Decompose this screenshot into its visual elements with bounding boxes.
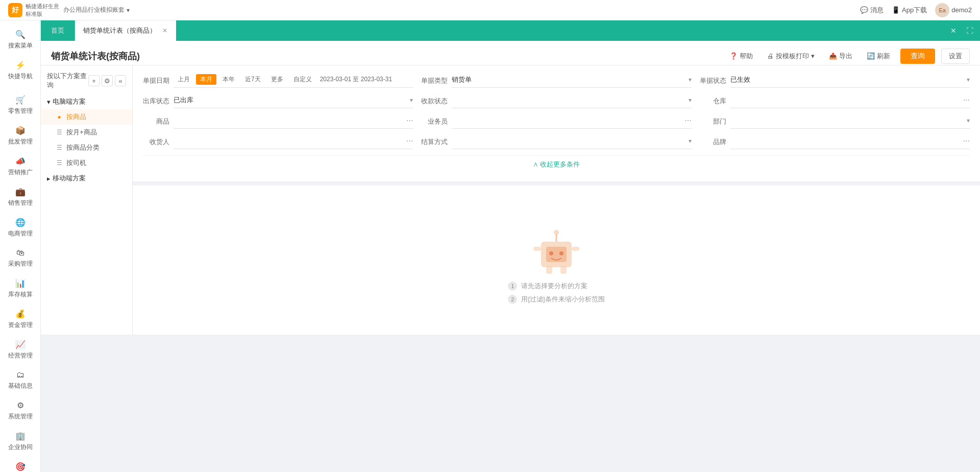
scheme-panel: 按以下方案查询 + ⚙ «: [41, 65, 133, 335]
page-header: 销货单统计表(按商品) ❓ 帮助 🖨 按模板打印 ▾ 📤 导出: [41, 41, 980, 65]
tab-expand-btn[interactable]: ⛶: [964, 25, 976, 37]
empty-illustration: [526, 216, 587, 277]
tab-close-btn[interactable]: ✕: [162, 27, 167, 34]
date-tab-more[interactable]: 更多: [267, 74, 287, 85]
messages-btn[interactable]: 💬 消息: [860, 6, 884, 15]
brand-dots-icon[interactable]: ···: [963, 136, 970, 146]
date-tab-last-month[interactable]: 上月: [174, 74, 194, 85]
export-icon: 📤: [829, 52, 837, 60]
filter-department: 部门 ▾: [700, 114, 970, 129]
marketing-icon: 📣: [15, 156, 26, 166]
warehouse-dots-icon[interactable]: ···: [963, 96, 970, 105]
outbound-input-area[interactable]: 已出库 ▾: [174, 94, 413, 108]
filter-row-3: 商品 ··· 业务员 ···: [143, 114, 970, 129]
sidebar-item-retail[interactable]: 🛒 零售管理: [0, 90, 40, 121]
sidebar-item-marketing[interactable]: 📣 营销推广: [0, 151, 40, 182]
print-btn[interactable]: 🖨 按模板打印 ▾: [763, 50, 819, 63]
payment-dropdown-icon: ▾: [689, 97, 692, 104]
collapse-filters-btn[interactable]: ∧ 收起更多条件: [143, 155, 970, 173]
sidebar-item-basic[interactable]: 🗂 基础信息: [0, 365, 40, 395]
user-menu[interactable]: Ea demo2: [935, 3, 972, 17]
purchase-icon: 🛍: [16, 248, 24, 257]
tab-report[interactable]: 销货单统计表（按商品） ✕: [75, 20, 176, 41]
scheme-item-by-driver[interactable]: ☰ 按司机: [41, 155, 132, 171]
type-input-area[interactable]: 销货单 ▾: [452, 74, 691, 88]
scheme-item-by-month-product[interactable]: ☰ 按月+商品: [41, 125, 132, 140]
sidebar-item-newbie[interactable]: 🎯 新手引导: [0, 457, 40, 472]
product-dots-icon[interactable]: ···: [406, 116, 413, 125]
export-btn[interactable]: 📤 导出: [825, 50, 856, 63]
date-tab-this-month[interactable]: 本月: [196, 74, 216, 85]
tab-home[interactable]: 首页: [41, 20, 75, 41]
print-icon: 🖨: [767, 52, 774, 60]
payment-method-input-area[interactable]: ▾: [452, 135, 691, 149]
help-icon: ❓: [729, 52, 738, 60]
department-dropdown-icon: ▾: [967, 117, 970, 124]
empty-state: 1 请先选择要分析的方案 2 用[过滤]条件来缩小分析范围: [133, 185, 980, 335]
sidebar-item-system[interactable]: ⚙ 系统管理: [0, 395, 40, 426]
sidebar-item-shortcut[interactable]: ⚡ 快捷导航: [0, 55, 40, 86]
warehouse-input-area[interactable]: ···: [730, 94, 970, 108]
desktop-group-chevron: ▾: [47, 98, 51, 106]
scheme-panel-actions: + ⚙ «: [88, 75, 126, 86]
status-input-area[interactable]: 已生效 ▾: [730, 74, 970, 88]
help-btn[interactable]: ❓ 帮助: [725, 50, 757, 63]
sidebar-item-finance[interactable]: 💰 资金管理: [0, 304, 40, 335]
date-tab-this-year[interactable]: 本年: [218, 74, 239, 85]
app-download-btn[interactable]: 📱 App下载: [892, 6, 927, 15]
header-right: 💬 消息 📱 App下载 Ea demo2: [860, 3, 972, 17]
retail-icon: 🛒: [15, 95, 26, 105]
sidebar-item-sales[interactable]: 💼 销售管理: [0, 182, 40, 213]
date-tab-7days[interactable]: 近7天: [241, 74, 265, 85]
sidebar-item-wholesale[interactable]: 📦 批发管理: [0, 121, 40, 151]
right-content: 单据日期 上月 本月 本年 近7天 更多 自定义: [133, 65, 980, 335]
settings-btn[interactable]: 设置: [941, 49, 970, 64]
svg-point-2: [549, 251, 553, 255]
tab-close-all-btn[interactable]: ✕: [947, 25, 960, 37]
avatar: Ea: [935, 3, 949, 17]
svg-rect-8: [546, 266, 552, 274]
tab-bar-right: ✕ ⛶: [947, 25, 980, 37]
breadcrumb-chevron: ▾: [127, 7, 130, 14]
filter-type: 单据类型 销货单 ▾: [421, 74, 691, 88]
svg-rect-7: [572, 247, 579, 251]
staff-dots-icon[interactable]: ···: [684, 116, 691, 125]
sidebar-item-purchase[interactable]: 🛍 采购管理: [0, 243, 40, 273]
logo-area: 好 畅捷通好生意 标准版: [8, 3, 59, 17]
sidebar-item-enterprise[interactable]: 🏢 企业协同: [0, 426, 40, 457]
svg-point-5: [554, 230, 559, 235]
scheme-item-by-product[interactable]: ● 按商品: [41, 109, 132, 125]
scheme-group-desktop-title[interactable]: ▾ 电脑端方案: [41, 94, 132, 109]
scheme-add-btn[interactable]: +: [88, 75, 100, 86]
scheme-item-by-category[interactable]: ☰ 按商品分类: [41, 140, 132, 155]
product-input-area[interactable]: ···: [174, 114, 413, 129]
receiver-input-area[interactable]: ···: [174, 135, 413, 149]
download-icon: 📱: [892, 6, 900, 14]
date-tabs: 上月 本月 本年 近7天 更多 自定义 2023-03-01 至 2023-03…: [174, 74, 392, 85]
date-input-area[interactable]: 上月 本月 本年 近7天 更多 自定义 2023-03-01 至 2023-03…: [174, 74, 413, 88]
receiver-dots-icon[interactable]: ···: [406, 136, 413, 146]
refresh-btn[interactable]: 🔄 刷新: [863, 50, 894, 63]
scheme-collapse-btn[interactable]: «: [115, 75, 126, 86]
department-input-area[interactable]: ▾: [730, 114, 970, 129]
sidebar-item-search[interactable]: 🔍 搜索菜单: [0, 25, 40, 55]
sidebar-item-ecommerce[interactable]: 🌐 电商管理: [0, 213, 40, 243]
filter-row-4: 收货人 ··· 结算方式 ▾: [143, 135, 970, 149]
scheme-group-mobile-title[interactable]: ▸ 移动端方案: [41, 171, 132, 186]
query-btn[interactable]: 查询: [900, 49, 935, 64]
date-tab-custom[interactable]: 自定义: [289, 74, 316, 85]
payment-input-area[interactable]: ▾: [452, 94, 691, 108]
empty-hint-2: 2 用[过滤]条件来缩小分析范围: [508, 295, 604, 304]
page-header-actions: ❓ 帮助 🖨 按模板打印 ▾ 📤 导出 🔄 刷新: [725, 49, 970, 64]
brand-input-area[interactable]: ···: [730, 135, 970, 149]
staff-input-area[interactable]: ···: [452, 114, 691, 129]
svg-rect-9: [560, 266, 567, 274]
operation-icon: 📈: [15, 340, 26, 349]
filter-date: 单据日期 上月 本月 本年 近7天 更多 自定义: [143, 74, 413, 88]
sidebar-item-operation[interactable]: 📈 经营管理: [0, 335, 40, 365]
scheme-settings-btn[interactable]: ⚙: [102, 75, 113, 86]
sidebar-item-inventory[interactable]: 📊 库存核算: [0, 273, 40, 304]
sidebar: 🔍 搜索菜单 ⚡ 快捷导航 🛒 零售管理 📦 批发管理 📣 营销推广 💼 销售管…: [0, 20, 41, 472]
gear-icon: ⚙: [104, 77, 110, 85]
svg-point-3: [559, 251, 564, 255]
